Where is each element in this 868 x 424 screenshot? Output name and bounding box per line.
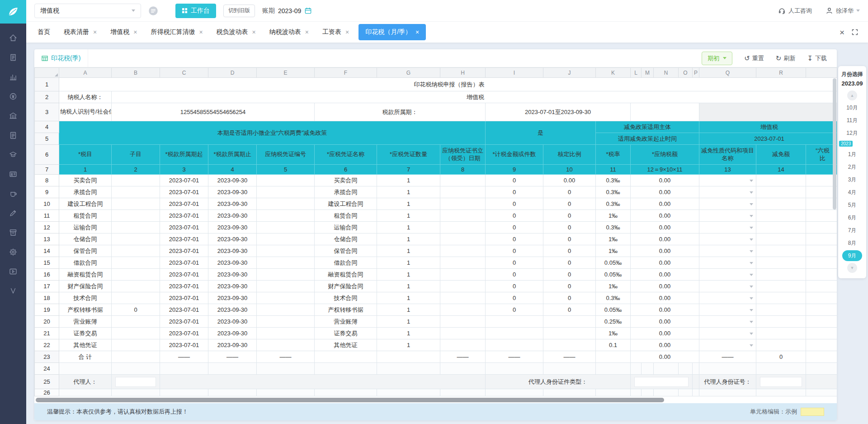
cell-ratio[interactable]: 0	[543, 281, 596, 292]
subtab-stamp-tax-quarter[interactable]: 印花税(季)	[34, 49, 88, 67]
cell-cert-no[interactable]	[257, 210, 315, 222]
cell-rate[interactable]: 0.25‰	[596, 316, 631, 328]
tax-period-value[interactable]: 2023-07-01至2023-09-30	[486, 103, 631, 121]
cell-cert-name[interactable]: 承揽合同	[315, 186, 377, 198]
cell-name[interactable]: 租赁合同	[59, 210, 112, 222]
cell-sign-date[interactable]	[440, 328, 486, 339]
cell-tax[interactable]: 0.00	[631, 281, 699, 292]
tab-3[interactable]: 所得税汇算清缴×	[144, 22, 209, 43]
cell-tax[interactable]: 0.00	[631, 198, 699, 210]
cell-sign-date[interactable]	[440, 304, 486, 316]
cell-rate[interactable]: 0.3‰	[596, 198, 631, 210]
empty-cell[interactable]	[642, 363, 654, 375]
cell-amount[interactable]: 0	[486, 222, 543, 233]
cell-rate[interactable]: 0.3‰	[596, 292, 631, 304]
cell-amount[interactable]: 0	[486, 198, 543, 210]
tab-close-icon[interactable]: ×	[252, 29, 256, 35]
cell-relief-code-select[interactable]	[699, 316, 756, 328]
row-number[interactable]: 13	[35, 233, 59, 245]
cell-start[interactable]: 2023-07-01	[160, 269, 208, 281]
row-number[interactable]: 8	[35, 175, 59, 186]
empty-cell[interactable]	[112, 351, 160, 363]
cell-cert-name[interactable]: 财产保险合同	[315, 281, 377, 292]
tab-close-icon[interactable]: ×	[345, 29, 349, 35]
cell-amount[interactable]	[486, 339, 543, 351]
cell-sign-date[interactable]	[440, 210, 486, 222]
cell-end[interactable]: 2023-09-30	[208, 198, 257, 210]
row-number[interactable]: 12	[35, 222, 59, 233]
edit-icon[interactable]	[9, 209, 18, 218]
cell-cert-name[interactable]: 买卖合同	[315, 175, 377, 186]
cell-cert-no[interactable]	[257, 292, 315, 304]
horizontal-scrollbar[interactable]	[36, 398, 835, 402]
cell-qty[interactable]: 1	[377, 186, 440, 198]
cell-qty[interactable]: 1	[377, 175, 440, 186]
month-item-7月[interactable]: 7月	[842, 225, 862, 236]
cell-rate[interactable]: 0.05‰	[596, 257, 631, 269]
col-letter-A[interactable]: A	[59, 68, 112, 78]
row-number[interactable]: 2	[35, 91, 59, 103]
cell-ratio[interactable]: 0	[543, 222, 596, 233]
cell-name[interactable]: 仓储合同	[59, 233, 112, 245]
cell-end[interactable]: 2023-09-30	[208, 186, 257, 198]
cell-relief-code-select[interactable]	[699, 257, 756, 269]
cell-start[interactable]: 2023-07-01	[160, 186, 208, 198]
col-letter-R[interactable]: R	[756, 68, 806, 78]
cell-rate[interactable]: 0.3‰	[596, 222, 631, 233]
cell-start[interactable]: 2023-07-01	[160, 210, 208, 222]
cell-end[interactable]: 2023-09-30	[208, 339, 257, 351]
cell-sign-date[interactable]	[440, 292, 486, 304]
cell-ratio[interactable]: 0	[543, 233, 596, 245]
month-item-10月[interactable]: 10月	[842, 102, 862, 113]
taxpayer-name-value[interactable]: 增值税	[112, 91, 837, 103]
empty-cell[interactable]	[112, 389, 160, 396]
cell-sign-date[interactable]	[440, 198, 486, 210]
cell-sub[interactable]	[112, 210, 160, 222]
invoice-icon[interactable]	[9, 53, 18, 62]
col-letter-K[interactable]: K	[596, 68, 631, 78]
month-item-1月[interactable]: 1月	[842, 149, 862, 160]
cell-relief-amount[interactable]	[756, 328, 806, 339]
cell-relief-amount[interactable]	[756, 281, 806, 292]
cell-sign-date[interactable]	[440, 316, 486, 328]
cell-cert-no[interactable]	[257, 281, 315, 292]
policy-time-value[interactable]: 2023-07-01	[699, 133, 837, 145]
cell-amount[interactable]: 0	[486, 269, 543, 281]
cell-amount[interactable]: 0	[486, 186, 543, 198]
col-letter-C[interactable]: C	[160, 68, 208, 78]
empty-cell[interactable]	[377, 363, 440, 375]
row-number[interactable]: 24	[35, 363, 59, 375]
cell-qty[interactable]: 1	[377, 233, 440, 245]
home-icon[interactable]	[9, 33, 18, 43]
empty-cell[interactable]	[806, 363, 837, 375]
cell-end[interactable]: 2023-09-30	[208, 281, 257, 292]
cell-amount[interactable]	[486, 328, 543, 339]
cell-cert-no[interactable]	[257, 198, 315, 210]
cell-relief-code-select[interactable]	[699, 339, 756, 351]
cell-amount[interactable]: 0	[486, 304, 543, 316]
cell-start[interactable]: 2023-07-01	[160, 257, 208, 269]
empty-cell[interactable]	[642, 389, 654, 396]
row-number[interactable]: 9	[35, 186, 59, 198]
cell-sign-date[interactable]	[440, 257, 486, 269]
cell-tax[interactable]: 0.00	[631, 210, 699, 222]
cell-qty[interactable]: 1	[377, 257, 440, 269]
cell-relief-amount[interactable]	[756, 269, 806, 281]
cell-cert-no[interactable]	[257, 222, 315, 233]
empty-cell[interactable]	[806, 389, 837, 396]
cell-end[interactable]: 2023-09-30	[208, 292, 257, 304]
cell-amount[interactable]: 0	[486, 233, 543, 245]
app-logo[interactable]	[0, 0, 26, 24]
cell-cert-name[interactable]: 技术合同	[315, 292, 377, 304]
cell-cert-name[interactable]: 保管合同	[315, 245, 377, 257]
cell-end[interactable]: 2023-09-30	[208, 175, 257, 186]
notice-icon[interactable]	[148, 6, 158, 16]
row-number[interactable]: 4	[35, 121, 59, 133]
empty-cell[interactable]	[377, 351, 440, 363]
empty-cell[interactable]	[699, 389, 756, 396]
empty-cell[interactable]	[756, 389, 806, 396]
tab-5[interactable]: 纳税波动表×	[263, 22, 316, 43]
cell-sub[interactable]	[112, 245, 160, 257]
cell-name[interactable]: 其他凭证	[59, 339, 112, 351]
row-number[interactable]: 22	[35, 339, 59, 351]
